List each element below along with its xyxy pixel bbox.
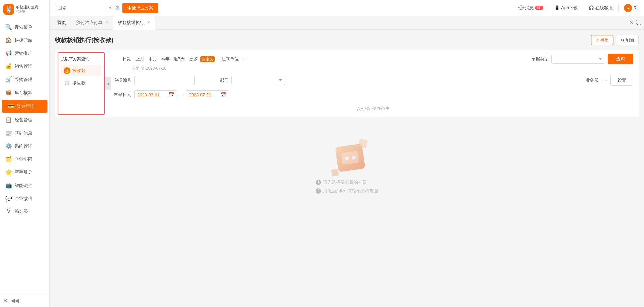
filter-sidebar-title: 按以下方案查询 [61, 56, 101, 62]
sidebar-item-label: 快捷导航 [15, 37, 32, 43]
sidebar-item-quick-nav[interactable]: 🏠 快捷导航 [0, 34, 49, 47]
search-icon: 🔍 [5, 24, 12, 30]
sidebar-item-finance[interactable]: 💳 资金管理 [2, 100, 47, 113]
receipt-option-icon: 💰 [64, 67, 70, 74]
filter-row-3: 核销日期 📅 — 📅 [113, 90, 633, 99]
employee-dots[interactable]: ··· [601, 77, 608, 83]
dept-select[interactable] [231, 76, 285, 85]
filter-option-by-receipt[interactable]: 💰 按收款 [61, 65, 101, 76]
sidebar-item-enterprise[interactable]: 🗂️ 企业协同 [0, 153, 49, 166]
sidebar-item-label: 畅会员 [15, 208, 28, 214]
wechat-icon: 💬 [5, 195, 12, 202]
date-filter-item: 日期 上月 本月 本年 近7天 更多 自定义 [113, 55, 215, 63]
sidebar-item-member[interactable]: V 畅会员 [0, 205, 49, 218]
industry-solution-button[interactable]: 体验行业方案 [122, 3, 158, 13]
sidebar-item-guide[interactable]: 🌟 新手引导 [0, 166, 49, 179]
message-action[interactable]: 💬 消息 99+ [518, 5, 543, 11]
doc-no-input[interactable] [134, 76, 195, 85]
sidebar-item-label: 搜索菜单 [15, 24, 32, 30]
sidebar-item-sales[interactable]: 💰 销售管理 [0, 60, 49, 73]
dept-label: 部门 [210, 77, 229, 83]
sidebar-item-label: 资金管理 [17, 103, 34, 109]
calendar-end-icon[interactable]: 📅 [220, 92, 226, 97]
date-this-month-button[interactable]: 本月 [147, 55, 158, 63]
app-download-action[interactable]: 📱 App下载 [554, 5, 578, 11]
filter-option-by-receivable[interactable]: 🕐 按应收 [61, 78, 101, 88]
verify-date-start-input[interactable] [137, 92, 167, 97]
date-this-year-button[interactable]: 本年 [160, 55, 171, 63]
counterpart-dots[interactable]: ··· [241, 56, 248, 62]
sidebar-item-hardware[interactable]: 📺 智能硬件 [0, 179, 49, 192]
operations-icon: 📋 [5, 117, 12, 123]
sidebar-collapse-button[interactable]: ◀◀ [11, 297, 19, 304]
refresh-button[interactable]: ↺ 刷新 [616, 35, 639, 45]
filter-sidebar-collapse-button[interactable]: « [105, 77, 111, 90]
tab-expand-button[interactable]: ⛶ [636, 20, 641, 26]
top-search-input[interactable] [55, 4, 105, 12]
message-icon: 💬 [518, 5, 524, 10]
export-button[interactable]: ↗ 导出 [591, 35, 613, 45]
topbar-dropdown-icon[interactable]: ▼ [108, 5, 112, 10]
doc-type-select[interactable] [551, 55, 605, 64]
refresh-label: 刷新 [626, 37, 634, 43]
message-badge: 99+ [535, 6, 543, 10]
employee-label: 业务员 [580, 77, 599, 83]
settings-gear-button[interactable]: ⚙ [3, 297, 8, 304]
topbar-right: 💬 消息 99+ 📱 App下载 🎧 在线客服 R Rit [518, 4, 639, 12]
tab-prepay[interactable]: 预付冲应付单 ✕ [71, 16, 113, 30]
verify-date-filter-item: 核销日期 📅 — 📅 [113, 90, 229, 99]
member-icon: V [5, 208, 12, 214]
date-hint-text: 不限 至 2023-07-26 [131, 66, 166, 71]
topbar: ▼ ⚙ 体验行业方案 💬 消息 99+ 📱 App下载 🎧 在线客服 R [50, 0, 644, 16]
sidebar-item-inventory[interactable]: 📦 库存核算 [0, 86, 49, 99]
sidebar-item-operations[interactable]: 📋 经营管理 [0, 113, 49, 126]
date-hint-row: 不限 至 2023-07-26 [131, 66, 633, 71]
content-area: 收款核销执行(按收款) ↗ 导出 ↺ 刷新 按以下方案查询 💰 [50, 30, 644, 307]
user-avatar: R [624, 4, 632, 12]
sidebar-item-system[interactable]: ⚙️ 系统管理 [0, 140, 49, 153]
sidebar-bottom: ⚙ ◀◀ [0, 294, 49, 307]
date-7days-button[interactable]: 近7天 [172, 55, 186, 63]
sidebar-item-marketing[interactable]: 📢 营销推广 [0, 47, 49, 60]
collapse-more-button[interactable]: ⋀⋀ 收起更多条件 [113, 104, 633, 113]
empty-state: 1 请先选择要分析的方案 2 用[过滤]条件来缩小分析范围 [55, 117, 639, 215]
basic-info-icon: 📰 [5, 130, 12, 136]
tab-close-all-button[interactable]: ✕ [629, 19, 633, 26]
export-icon: ↗ [595, 38, 599, 43]
empty-hint-1: 1 请先选择要分析的方案 [316, 178, 378, 187]
tab-prepay-close-icon[interactable]: ✕ [105, 20, 108, 25]
counterpart-filter-item: 往来单位 ··· [220, 56, 248, 62]
refresh-icon: ↺ [621, 38, 624, 43]
service-label: 在线客服 [595, 5, 613, 11]
inventory-icon: 📦 [5, 89, 12, 96]
sidebar-item-basic-info[interactable]: 📰 基础信息 [0, 126, 49, 140]
filter-option-receivable-label: 按应收 [72, 80, 86, 86]
tab-bar: 首页 预付冲应付单 ✕ 收款核销执行 ✕ ✕ ⛶ [50, 16, 644, 30]
setting-button[interactable]: 设置 [610, 75, 633, 86]
user-profile-action[interactable]: R Rit [624, 4, 639, 12]
online-service-action[interactable]: 🎧 在线客服 [589, 5, 613, 11]
employee-filter-item: 业务员 ··· 设置 [580, 75, 633, 86]
doc-type-filter-item: 单据类型 查询 [530, 54, 633, 64]
tab-receipt-close-icon[interactable]: ✕ [147, 20, 150, 25]
date-more-button[interactable]: 更多 [187, 55, 199, 63]
sidebar-item-label: 系统管理 [15, 143, 32, 149]
calendar-start-icon[interactable]: 📅 [169, 92, 174, 97]
topbar-gear-icon[interactable]: ⚙ [115, 5, 120, 11]
verify-date-end-input[interactable] [189, 92, 219, 97]
hint-text-2: 用[过滤]条件来缩小分析范围 [323, 187, 378, 195]
system-icon: ⚙️ [5, 143, 12, 149]
sidebar-item-purchase[interactable]: 🛒 采购管理 [0, 73, 49, 86]
filter-row-1: 日期 上月 本月 本年 近7天 更多 自定义 往来单位 ··· [113, 54, 633, 64]
query-button[interactable]: 查询 [608, 54, 633, 64]
topbar-divider-1 [549, 5, 549, 11]
page-actions: ↗ 导出 ↺ 刷新 [591, 35, 639, 45]
sidebar-item-search[interactable]: 🔍 搜索菜单 [0, 20, 49, 34]
tab-home[interactable]: 首页 [52, 16, 71, 30]
tab-home-label: 首页 [57, 20, 66, 26]
verify-date-label: 核销日期 [113, 92, 131, 98]
date-last-month-button[interactable]: 上月 [134, 55, 146, 63]
topbar-divider-3 [618, 5, 619, 11]
tab-receipt-cancel[interactable]: 收款核销执行 ✕ [113, 16, 155, 30]
sidebar-item-wechat[interactable]: 💬 企业微信 [0, 192, 49, 205]
